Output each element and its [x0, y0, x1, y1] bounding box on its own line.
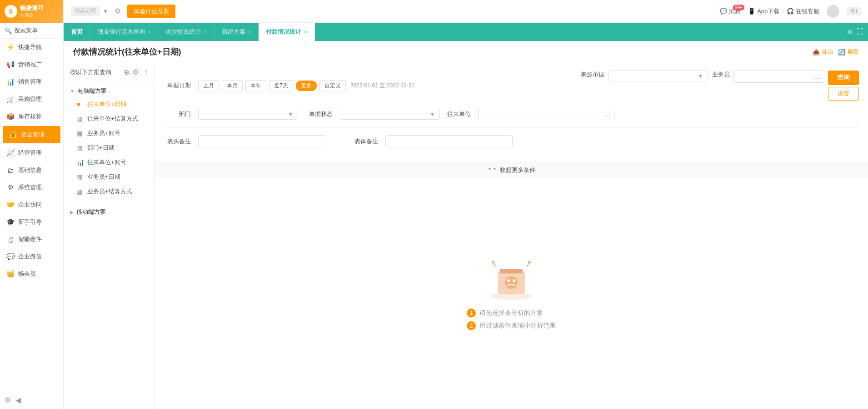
tab-home[interactable]: 首页: [64, 23, 90, 41]
staff-input[interactable]: [733, 71, 824, 83]
staff-dots[interactable]: …: [813, 73, 822, 81]
staff-date-icon: ▦: [76, 173, 84, 181]
sidebar-item-smart-hw[interactable]: 🖨 智能硬件: [0, 231, 63, 248]
sidebar-item-sys-mgmt[interactable]: ⚙ 系统管理: [0, 179, 63, 196]
message-btn[interactable]: 💬 消息 99+: [720, 7, 741, 15]
trial-btn[interactable]: 体验行业方案: [127, 5, 175, 18]
source-select-arrow-icon: ▼: [698, 73, 703, 79]
inventory-label: 库存核算: [18, 112, 42, 121]
finance-label: 资金管理: [21, 131, 45, 139]
app-icon: 📱: [748, 8, 755, 15]
footer-collapse-btn[interactable]: ◀: [15, 396, 21, 404]
sidebar-nav: ⚡ 快捷导航 📢 营销推广 📊 销售管理 🛒 采购管理 📦 库存核算 💰 资金管…: [0, 39, 63, 391]
refresh-btn[interactable]: 🔄 刷新: [838, 48, 859, 56]
tab-close-all-icon[interactable]: ✕: [847, 28, 853, 36]
operations-label: 经营管理: [18, 149, 42, 157]
date-this-month[interactable]: 本月: [222, 80, 243, 91]
hint-1-num: 1: [467, 308, 476, 318]
scheme-settings-btn[interactable]: ⚙: [132, 68, 139, 76]
sidebar-item-member[interactable]: 👑 畅会员: [0, 265, 63, 283]
tab-new-scheme-label: 新建方案: [222, 28, 245, 36]
body-note-label: 表体备注: [351, 137, 378, 146]
header-note-input[interactable]: [198, 135, 325, 147]
scheme-panel: 按以下方案查询 ⊕ ⚙ 《 ▼ 电脑端方案 ● 往来单位+日期: [64, 63, 155, 409]
scheme-item-staff-date[interactable]: ▦ 业务员+日期: [64, 170, 154, 184]
sidebar-item-sales[interactable]: 📊 销售管理: [0, 73, 63, 91]
scheme-item-partner-settle[interactable]: ▦ 往来单位+结算方式: [64, 111, 154, 126]
filter-settings-btn[interactable]: 设置: [828, 87, 859, 101]
tab-bank-flow[interactable]: 现金银行流水查询 ×: [90, 23, 158, 41]
date-last-7days[interactable]: 近7天: [269, 80, 293, 91]
sidebar-item-purchase[interactable]: 🛒 采购管理: [0, 91, 63, 108]
message-badge: 99+: [733, 5, 744, 10]
partner-input[interactable]: [478, 108, 614, 120]
staff-settle-label: 业务员+结算方式: [87, 187, 132, 196]
company-selector[interactable]: 演示公司 ▼: [71, 6, 108, 16]
marketing-label: 营销推广: [18, 61, 42, 69]
tab-receivable[interactable]: 收款情况统计 ×: [158, 23, 214, 41]
tab-new-scheme-close-icon[interactable]: ×: [248, 29, 251, 35]
topbar-right: 💬 消息 99+ 📱 App下载 🎧 在线客服 Rit: [720, 5, 861, 18]
dept-select[interactable]: ▼: [198, 109, 298, 120]
service-icon: 🎧: [787, 8, 794, 15]
tab-payment-stat[interactable]: 付款情况统计 ×: [259, 23, 314, 41]
sidebar-footer: ⚙ ◀: [0, 391, 63, 409]
header-note-label: 表头备注: [164, 137, 191, 146]
scheme-item-staff-account[interactable]: ▦ 业务员+账号: [64, 126, 154, 141]
sidebar-item-wechat[interactable]: 💬 企业微信: [0, 248, 63, 265]
scheme-collapse-btn[interactable]: 《: [141, 68, 148, 76]
partner-label: 往来单位: [447, 110, 471, 118]
user-avatar: [827, 5, 839, 18]
tab-payment-stat-close-icon[interactable]: ×: [304, 29, 307, 35]
search-menu[interactable]: 🔍 搜索菜单: [0, 23, 63, 39]
tab-receivable-close-icon[interactable]: ×: [204, 29, 206, 35]
tab-bank-flow-close-icon[interactable]: ×: [148, 29, 150, 35]
scheme-item-dept-date[interactable]: ▦ 部门+日期: [64, 141, 154, 155]
scheme-item-partner-date[interactable]: ● 往来单位+日期: [64, 97, 154, 111]
tab-maximize-icon[interactable]: ⛶: [856, 28, 863, 36]
scheme-item-partner-account[interactable]: 📊 往来单位+账号: [64, 155, 154, 170]
scheme-group-pc-header[interactable]: ▼ 电脑端方案: [64, 85, 154, 97]
sidebar-item-marketing[interactable]: 📢 营销推广: [0, 56, 63, 73]
pc-group-label: 电脑端方案: [77, 87, 107, 95]
app-download-btn[interactable]: 📱 App下载: [748, 7, 779, 15]
scheme-add-btn[interactable]: ⊕: [124, 68, 130, 76]
tab-home-label: 首页: [71, 28, 83, 36]
topbar-settings-icon[interactable]: ⚙: [115, 7, 121, 15]
sidebar-item-finance[interactable]: 💰 资金管理: [3, 126, 60, 143]
version-label: 标准版: [20, 12, 44, 18]
purchase-label: 采购管理: [18, 95, 42, 103]
partner-dots[interactable]: …: [604, 110, 612, 118]
body-note-input[interactable]: [385, 135, 513, 147]
footer-settings-btn[interactable]: ⚙: [5, 396, 11, 404]
guide-icon: 🎓: [6, 218, 15, 226]
dept-date-label: 部门+日期: [87, 144, 115, 152]
status-select[interactable]: ▼: [340, 109, 440, 120]
sidebar-item-basic-info[interactable]: 🗂 基础信息: [0, 162, 63, 179]
mobile-group-label: 移动端方案: [76, 208, 106, 216]
query-btn[interactable]: 查询: [828, 71, 859, 85]
partner-date-icon: ●: [76, 100, 84, 108]
collapse-more-btn[interactable]: ⌃⌃ 收起更多条件: [155, 162, 868, 178]
date-last-month[interactable]: 上月: [198, 80, 219, 91]
basic-info-label: 基础信息: [18, 166, 42, 174]
online-service-btn[interactable]: 🎧 在线客服: [787, 7, 819, 15]
wechat-icon: 💬: [6, 252, 15, 261]
sidebar-item-inventory[interactable]: 📦 库存核算: [0, 108, 63, 125]
date-this-year[interactable]: 本年: [245, 80, 266, 91]
status-label: 单据状态: [305, 110, 333, 118]
sidebar-item-guide[interactable]: 🎓 新手引导: [0, 213, 63, 231]
sidebar-item-operations[interactable]: 📈 经营管理: [0, 144, 63, 162]
scheme-group-mobile-header[interactable]: ▶ 移动端方案: [64, 206, 154, 218]
source-select[interactable]: ▼: [608, 71, 708, 81]
tab-new-scheme[interactable]: 新建方案 ×: [215, 23, 259, 41]
sidebar-item-quick-nav[interactable]: ⚡ 快捷导航: [0, 39, 63, 56]
export-btn[interactable]: 📤 导出: [813, 48, 833, 56]
date-custom[interactable]: 自定义: [319, 80, 346, 91]
date-more[interactable]: 更多: [296, 81, 317, 91]
scheme-header-label: 按以下方案查询: [70, 68, 111, 76]
sidebar-item-enterprise[interactable]: 🤝 企业协同: [0, 196, 63, 213]
partner-account-icon: 📊: [76, 159, 84, 166]
scheme-item-staff-settle[interactable]: ▦ 业务员+结算方式: [64, 184, 154, 199]
finance-icon: 💰: [9, 131, 17, 139]
